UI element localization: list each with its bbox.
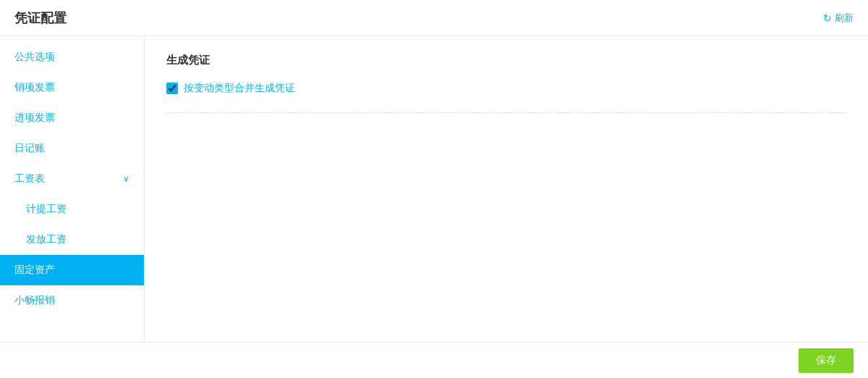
sidebar-item-label: 销项发票: [14, 81, 55, 94]
page-title: 凭证配置: [14, 9, 67, 27]
sidebar-item-purchase-invoice[interactable]: 进项发票: [0, 103, 144, 133]
section-title: 生成凭证: [166, 54, 846, 67]
refresh-button[interactable]: ↻ 刷新: [823, 12, 854, 25]
sidebar-item-label: 发放工资: [26, 233, 67, 246]
refresh-label: 刷新: [835, 12, 854, 25]
sidebar-item-payroll-table[interactable]: 工资表 ∨: [0, 164, 144, 194]
checkbox-row: 按变动类型合并生成凭证: [166, 82, 846, 95]
checkbox-label[interactable]: 按变动类型合并生成凭证: [184, 82, 295, 95]
sidebar-item-sales-invoice[interactable]: 销项发票: [0, 72, 144, 103]
sidebar-item-issue-payroll[interactable]: 发放工资: [0, 224, 144, 255]
merge-by-type-checkbox[interactable]: [166, 83, 178, 94]
chevron-down-icon: ∨: [123, 174, 129, 184]
sidebar-item-label: 计提工资: [26, 203, 67, 216]
sidebar-item-expense-report[interactable]: 小畅报销: [0, 285, 144, 316]
content-area: 生成凭证 按变动类型合并生成凭证: [145, 36, 868, 342]
sidebar-item-label: 工资表: [14, 172, 45, 185]
section-divider: [166, 112, 846, 113]
sidebar-item-calc-payroll[interactable]: 计提工资: [0, 194, 144, 224]
sidebar-item-journal[interactable]: 日记账: [0, 133, 144, 164]
page-footer: 保存: [0, 342, 868, 378]
page-header: 凭证配置 ↻ 刷新: [0, 0, 868, 36]
main-content: 公共选项 销项发票 进项发票 日记账 工资表 ∨ 计提工资 发放工资 固定资: [0, 36, 868, 342]
sidebar-item-label: 小畅报销: [14, 294, 55, 307]
sidebar-item-fixed-assets[interactable]: 固定资产: [0, 255, 144, 285]
page-wrapper: 凭证配置 ↻ 刷新 公共选项 销项发票 进项发票 日记账 工资表 ∨: [0, 0, 868, 378]
sidebar-item-public-options[interactable]: 公共选项: [0, 42, 144, 72]
sidebar: 公共选项 销项发票 进项发票 日记账 工资表 ∨ 计提工资 发放工资 固定资: [0, 36, 145, 342]
save-button[interactable]: 保存: [799, 348, 854, 373]
sidebar-item-label: 固定资产: [14, 264, 55, 277]
sidebar-item-label: 日记账: [14, 142, 45, 155]
refresh-icon: ↻: [823, 12, 832, 24]
sidebar-item-label: 公共选项: [14, 51, 55, 64]
sidebar-item-label: 进项发票: [14, 112, 55, 125]
